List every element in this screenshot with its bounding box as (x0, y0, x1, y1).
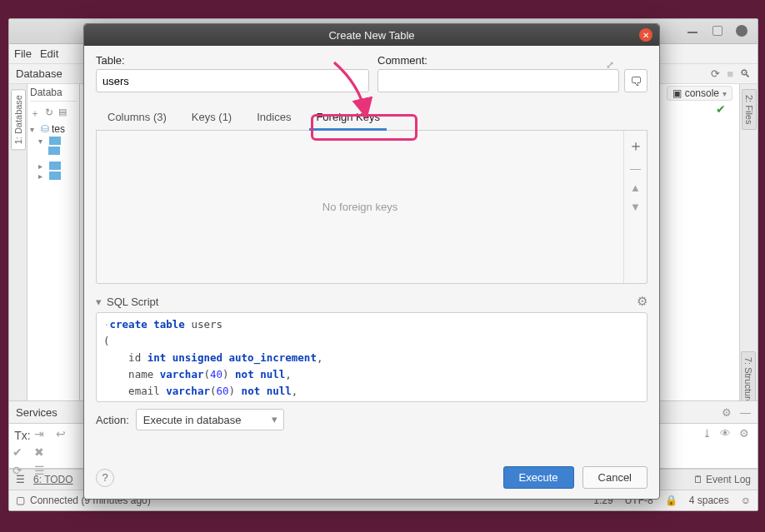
event-log-icon: 🗒 (693, 474, 703, 485)
tab-foreign-keys[interactable]: Foreign Keys (311, 106, 385, 130)
chevron-right-icon: ▸ (38, 162, 47, 170)
console-selector[interactable]: ▣ console ▾ (667, 86, 732, 101)
tx-label: Tx: (12, 427, 32, 444)
minimize-icon[interactable]: — (740, 406, 751, 419)
table-label: Table: (96, 54, 369, 67)
speech-bubble-icon: 🗨 (630, 74, 642, 88)
tab-columns[interactable]: Columns (3) (102, 106, 172, 130)
chevron-down-icon: ▾ (96, 296, 102, 308)
foreign-keys-pane: No foreign keys ＋ — ▲ ▼ (96, 131, 648, 284)
move-down-icon[interactable]: ▼ (630, 201, 641, 213)
ide-maximize-button[interactable] (712, 26, 722, 36)
notifications-icon[interactable]: ☺ (741, 495, 751, 506)
tree-datasource[interactable]: ▾ ⛁ tes (30, 122, 77, 136)
folder-icon (49, 162, 61, 170)
breadcrumb: Database (16, 67, 62, 80)
wrap-icon[interactable]: ↩ (56, 427, 76, 444)
folder-icon (49, 172, 61, 180)
foreign-keys-empty: No foreign keys (97, 131, 623, 283)
folder-icon (48, 147, 60, 155)
left-tab-database[interactable]: 1: Database (11, 89, 26, 150)
table-name-input[interactable] (96, 69, 369, 92)
create-table-dialog: Create New Table ✕ Table: Comment: ⤢ 🗨 (83, 23, 660, 500)
dialog-close-button[interactable]: ✕ (639, 28, 652, 42)
stop-icon[interactable]: ■ (727, 67, 733, 80)
sql-script-editor[interactable]: ·create table users ( id int unsigned au… (96, 312, 648, 402)
menu-edit[interactable]: Edit (40, 47, 58, 60)
tab-todo[interactable]: 6: TODO (33, 474, 73, 485)
chevron-down-icon: ▾ (722, 89, 727, 98)
comment-popup-button[interactable]: 🗨 (624, 69, 648, 92)
action-label: Action: (96, 414, 129, 426)
ide-close-button[interactable] (736, 25, 748, 37)
action-row: Action: Execute in database (96, 409, 648, 430)
table-tabs: Columns (3) Keys (1) Indices Foreign Key… (96, 104, 648, 131)
tab-indices[interactable]: Indices (252, 106, 296, 130)
rollback-icon[interactable]: ✖ (34, 445, 54, 462)
help-icon: ? (102, 471, 108, 484)
add-icon[interactable]: ＋ (628, 136, 643, 156)
search-icon[interactable]: 🔍︎ (740, 67, 751, 80)
foreign-keys-toolbar: ＋ — ▲ ▼ (623, 131, 647, 283)
tree-folder[interactable]: ▸ (30, 161, 77, 171)
menu-file[interactable]: File (14, 47, 32, 60)
datasource-icon: ⛁ (41, 123, 49, 135)
ide-minimize-button[interactable] (688, 32, 698, 33)
indent-settings[interactable]: 4 spaces (689, 495, 729, 506)
tab-services[interactable]: Services (16, 406, 58, 419)
execute-button[interactable]: Execute (503, 466, 574, 489)
lock-icon[interactable]: 🔒 (665, 495, 678, 506)
move-up-icon[interactable]: ▲ (630, 181, 641, 194)
comment-label: Comment: (378, 54, 619, 67)
check-icon: ✔ (716, 102, 726, 116)
collapse-icon[interactable]: ☰ (16, 474, 25, 485)
dialog-title: Create New Table (328, 29, 414, 42)
tree-folder[interactable]: ▸ (30, 171, 77, 181)
chevron-down-icon: ▾ (30, 125, 38, 133)
comment-input[interactable] (378, 69, 619, 92)
tab-event-log[interactable]: 🗒 Event Log (693, 474, 751, 485)
close-icon: ✕ (642, 31, 649, 40)
status-icon: ▢ (16, 495, 25, 506)
action-select[interactable]: Execute in database (136, 409, 284, 430)
help-button[interactable]: ? (96, 469, 114, 487)
download-icon[interactable]: ⤓ (702, 427, 712, 440)
eye-icon[interactable]: 👁 (720, 427, 731, 440)
gear-icon[interactable]: ⚙ (722, 406, 732, 419)
remove-icon[interactable]: — (630, 162, 641, 175)
right-tab-files[interactable]: 2: Files (742, 89, 757, 130)
database-panel-header: Databa (30, 87, 77, 102)
chevron-down-icon: ▾ (38, 137, 47, 145)
add-icon[interactable]: ＋ (30, 107, 40, 121)
tab-keys[interactable]: Keys (1) (187, 106, 237, 130)
console-icon: ▣ (672, 87, 682, 99)
refresh-icon[interactable]: ↻ (45, 107, 53, 121)
expand-icon[interactable]: ⤢ (606, 59, 614, 71)
tree-folder[interactable] (30, 146, 77, 156)
dialog-titlebar: Create New Table ✕ (84, 24, 659, 46)
gear-icon[interactable]: ⚙ (739, 427, 749, 440)
chevron-right-icon: ▸ (38, 172, 47, 180)
tree-folder[interactable]: ▾ (30, 136, 77, 146)
indent-icon[interactable]: ⇥ (34, 427, 54, 444)
filter-icon[interactable]: ▤ (58, 107, 67, 121)
sql-script-header[interactable]: ▾ SQL Script ⚙ (96, 294, 648, 309)
cancel-button[interactable]: Cancel (582, 466, 648, 489)
gear-icon[interactable]: ⚙ (637, 294, 648, 309)
folder-icon (49, 137, 61, 145)
sync-icon[interactable]: ⟳ (711, 67, 720, 80)
commit-icon[interactable]: ✔ (12, 445, 32, 462)
sql-script-label: SQL Script (107, 296, 158, 308)
